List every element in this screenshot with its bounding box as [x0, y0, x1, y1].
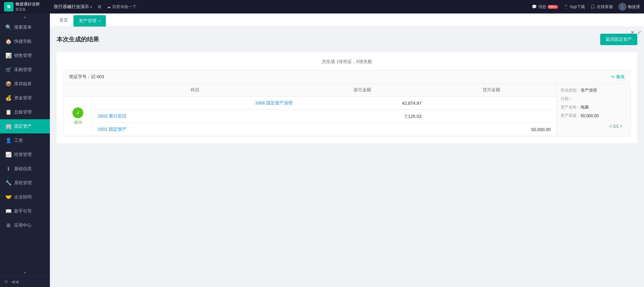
- sidebar-item-operations[interactable]: 📈 经营管理: [0, 148, 50, 162]
- sidebar-item-label: 工资: [14, 137, 23, 144]
- app-download-action[interactable]: 📱 App下载: [563, 4, 585, 10]
- sidebar-item-label: 基础信息: [14, 166, 32, 172]
- col-subject: 科目: [92, 84, 298, 97]
- edit-label: 修改: [616, 74, 625, 80]
- home-icon: 🏠: [5, 38, 11, 44]
- sidebar-item-search[interactable]: 🔍 搜索菜单: [0, 20, 50, 34]
- app-download-label: App下载: [570, 4, 585, 10]
- box-icon: 📦: [5, 81, 11, 87]
- chevron-down-icon: ▾: [90, 5, 92, 9]
- tab-asset-management[interactable]: 资产管理 ×: [73, 15, 106, 27]
- sidebar-item-payroll[interactable]: 👤 工资: [0, 133, 50, 148]
- row1-debit: 42,874.97: [298, 97, 427, 110]
- right-info-panel: 变动类型： 资产清理 日期： 资产名称： 电脑: [556, 84, 630, 136]
- asset-value-value: 50,000.00: [581, 114, 599, 118]
- modal-controls: ✕ ⤢: [631, 30, 641, 35]
- change-type-label: 变动类型：: [560, 88, 581, 93]
- sidebar-item-ledger[interactable]: 📋 总账管理: [0, 105, 50, 119]
- footer-settings-icon[interactable]: ⚙: [4, 279, 8, 284]
- experience-btn[interactable]: ☁ 我要体验一下: [107, 4, 136, 10]
- sidebar-item-label: 企业协同: [14, 194, 32, 200]
- sidebar-item-fixed-assets[interactable]: 🏢 固定资产: [0, 119, 50, 133]
- tabs-bar: 首页 资产管理 ×: [50, 13, 644, 27]
- sidebar-item-label: 库存核算: [14, 81, 32, 87]
- sidebar-item-enterprise[interactable]: 🤝 企业协同: [0, 190, 50, 204]
- sidebar-item-funds[interactable]: 💰 资金管理: [0, 91, 50, 105]
- date-label: 日期：: [560, 96, 581, 102]
- row1-subject[interactable]: 1606 固定资产清理: [92, 97, 298, 110]
- ledger-icon: 📋: [5, 109, 11, 115]
- logo-text: 畅捷通好业财: [16, 2, 40, 7]
- sidebar-item-label: 快捷导航: [14, 38, 32, 44]
- avatar: 👤: [618, 3, 626, 11]
- success-text: 成功: [74, 120, 82, 125]
- sidebar-item-label: 总账管理: [14, 109, 32, 115]
- building-icon: 🏢: [5, 123, 11, 129]
- table-header-row: 科目 借方金额 贷方金额: [64, 84, 556, 97]
- sidebar-item-sales[interactable]: 📊 销售管理: [0, 49, 50, 63]
- next-page-btn[interactable]: >: [620, 124, 622, 129]
- logo-area: 畅 畅捷通好业财 普及版: [4, 2, 54, 12]
- close-modal-icon[interactable]: ✕: [631, 30, 635, 35]
- sidebar-item-system[interactable]: 🔧 系统管理: [0, 176, 50, 190]
- voucher-table: 科目 借方金额 贷方金额 ✓: [64, 84, 556, 136]
- company-name: 医疗器械行业演示: [54, 4, 89, 10]
- sidebar-item-inventory[interactable]: 📦 库存核算: [0, 77, 50, 91]
- asset-name-value: 电脑: [581, 104, 589, 110]
- experience-label: 我要体验一下: [112, 4, 136, 10]
- table-row: ✓ 成功 1606 固定资产清理 42,874.97: [64, 97, 556, 110]
- edit-button[interactable]: ✎ 修改: [611, 74, 625, 80]
- search-icon: 🔍: [5, 24, 11, 30]
- messages-action[interactable]: 💬 消息 99++: [532, 4, 558, 10]
- col-credit: 贷方金额: [427, 84, 556, 97]
- system-icon: 🔧: [5, 180, 11, 186]
- tab-home[interactable]: 首页: [55, 14, 72, 27]
- username: 畅捷通: [628, 4, 640, 10]
- tab-home-label: 首页: [59, 18, 68, 23]
- sidebar-item-label: 搜索菜单: [14, 24, 32, 30]
- sidebar-item-basic-info[interactable]: ℹ 基础信息: [0, 162, 50, 176]
- page-header: 本次生成的结果 返回固定资产: [57, 34, 637, 45]
- settings-icon-btn[interactable]: ⚙: [95, 2, 104, 11]
- header-center: 医疗器械行业演示 ▾ ⚙ ☁ 我要体验一下: [54, 2, 532, 11]
- prev-page-btn[interactable]: <: [610, 124, 612, 129]
- money-icon: 💰: [5, 95, 11, 101]
- sidebar-scroll-up[interactable]: ▲: [0, 13, 50, 20]
- voucher-section: 凭证字号：记-003 ✎ 修改: [63, 70, 631, 136]
- sidebar-item-guide[interactable]: 📖 新手引导: [0, 204, 50, 218]
- return-fixed-assets-button[interactable]: 返回固定资产: [600, 34, 637, 45]
- asset-value-row: 资产原值： 50,000.00: [560, 113, 626, 119]
- book-icon: 📖: [5, 208, 11, 214]
- success-indicator: ✓ 成功: [69, 104, 87, 129]
- content-area: 首页 资产管理 × ✕ ⤢ 本次生成的结果 返回固定资产 共生成 1张凭证，0张…: [50, 13, 644, 287]
- messages-label: 消息: [538, 4, 546, 10]
- row2-subject[interactable]: 1602 累计折旧: [92, 110, 298, 123]
- sidebar-footer: ⚙ ◀◀: [0, 276, 50, 287]
- tab-close-icon[interactable]: ×: [98, 19, 100, 23]
- footer-collapse-icon[interactable]: ◀◀: [11, 279, 19, 284]
- sidebar-item-label: 销售管理: [14, 53, 32, 59]
- company-selector[interactable]: 医疗器械行业演示 ▾: [54, 4, 92, 10]
- expand-modal-icon[interactable]: ⤢: [637, 30, 641, 35]
- page-info: 1/1: [613, 124, 620, 129]
- voucher-table-wrapper: 科目 借方金额 贷方金额 ✓: [64, 84, 556, 136]
- table-right-layout: 科目 借方金额 贷方金额 ✓: [64, 84, 630, 136]
- sidebar-item-label: 经营管理: [14, 152, 32, 158]
- sidebar-item-label: 采购管理: [14, 67, 32, 73]
- sidebar-item-quick-nav[interactable]: 🏠 快捷导航: [0, 34, 50, 49]
- user-area[interactable]: 👤 畅捷通: [618, 3, 640, 11]
- row2-debit: 7,125.03: [298, 110, 427, 123]
- online-service-action[interactable]: 🎧 在线客服: [590, 4, 613, 10]
- sidebar-nav: 🔍 搜索菜单 🏠 快捷导航 📊 销售管理 🛒 采购管理 📦 库存核算 💰: [0, 20, 50, 269]
- person-icon: 👤: [5, 137, 11, 144]
- success-icon: ✓: [72, 107, 83, 118]
- sidebar-scroll-down[interactable]: ▼: [0, 269, 50, 276]
- logo-icon: 畅: [4, 2, 13, 11]
- online-service-label: 在线客服: [597, 4, 613, 10]
- asset-name-row: 资产名称： 电脑: [560, 104, 626, 110]
- headset-icon: 🎧: [590, 4, 595, 9]
- sidebar-item-purchase[interactable]: 🛒 采购管理: [0, 63, 50, 77]
- sidebar-item-app-center[interactable]: ⊞ 应用中心: [0, 218, 50, 232]
- message-icon: 💬: [532, 4, 537, 9]
- row3-subject[interactable]: 1601 固定资产: [92, 123, 298, 136]
